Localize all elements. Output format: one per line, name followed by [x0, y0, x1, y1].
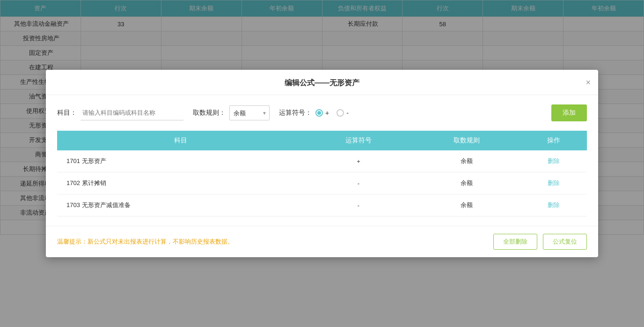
radio-minus-circle: [337, 109, 344, 117]
formula-table: 科目 运算符号 取数规则 操作 1701 无形资产+余额删除1702 累计摊销-…: [57, 131, 587, 216]
modal-close-button[interactable]: ×: [585, 78, 591, 87]
th-action: 操作: [521, 131, 587, 150]
subject-group: 科目：: [57, 105, 183, 120]
operator-group: 运算符号： + -: [279, 109, 349, 117]
th-rule: 取数规则: [413, 131, 521, 150]
operator-minus-radio[interactable]: -: [337, 109, 349, 117]
formula-action: 删除: [521, 150, 587, 172]
rule-group: 取数规则： 余额 借方 贷方 借方累计 贷方累计 ▼: [193, 105, 270, 120]
formula-rule: 余额: [413, 172, 521, 194]
modal-title: 编辑公式——无形资产: [285, 79, 359, 87]
formula-rule: 余额: [413, 194, 521, 216]
formula-operator: -: [304, 194, 412, 216]
edit-formula-modal: 编辑公式——无形资产 × 科目： 取数规则： 余额 借方 贷方: [46, 70, 598, 257]
modal-header: 编辑公式——无形资产 ×: [46, 70, 598, 95]
rule-select[interactable]: 余额 借方 贷方 借方累计 贷方累计: [229, 105, 270, 120]
table-row: 1701 无形资产+余额删除: [57, 150, 587, 172]
rule-select-wrapper: 余额 借方 贷方 借方累计 贷方累计 ▼: [229, 105, 270, 120]
radio-plus-circle: [315, 109, 323, 117]
operator-plus-label: +: [325, 109, 329, 117]
modal-body: 科目： 取数规则： 余额 借方 贷方 借方累计 贷方累计 ▼: [46, 95, 598, 226]
table-row: 1703 无形资产减值准备-余额删除: [57, 194, 587, 216]
formula-action: 删除: [521, 172, 587, 194]
reset-formula-button[interactable]: 公式复位: [543, 234, 587, 250]
formula-action: 删除: [521, 194, 587, 216]
operator-minus-label: -: [346, 109, 349, 117]
form-row: 科目： 取数规则： 余额 借方 贷方 借方累计 贷方累计 ▼: [57, 104, 587, 121]
formula-operator: +: [304, 150, 412, 172]
operator-plus-radio[interactable]: +: [315, 109, 329, 117]
th-operator: 运算符号: [304, 131, 412, 150]
table-row: 1702 累计摊销-余额删除: [57, 172, 587, 194]
delete-row-link[interactable]: 删除: [548, 157, 560, 164]
add-button[interactable]: 添加: [551, 104, 587, 121]
th-subject: 科目: [57, 131, 304, 150]
formula-subject: 1703 无形资产减值准备: [57, 194, 304, 216]
table-header-row: 科目 运算符号 取数规则 操作: [57, 131, 587, 150]
subject-input[interactable]: [80, 105, 183, 120]
rule-label: 取数规则：: [193, 109, 226, 117]
formula-subject: 1702 累计摊销: [57, 172, 304, 194]
modal-overlay: 编辑公式——无形资产 × 科目： 取数规则： 余额 借方 贷方: [0, 0, 644, 327]
operator-radio-group: + -: [315, 109, 349, 117]
formula-rule: 余额: [413, 150, 521, 172]
delete-row-link[interactable]: 删除: [548, 179, 560, 186]
formula-subject: 1701 无形资产: [57, 150, 304, 172]
delete-row-link[interactable]: 删除: [548, 201, 560, 208]
operator-label: 运算符号：: [279, 109, 312, 117]
footer-buttons: 全部删除 公式复位: [493, 234, 587, 250]
formula-operator: -: [304, 172, 412, 194]
delete-all-button[interactable]: 全部删除: [493, 234, 537, 250]
modal-footer: 温馨提示：新公式只对未出报表进行计算，不影响历史报表数据。 全部删除 公式复位: [46, 226, 598, 257]
footer-tip: 温馨提示：新公式只对未出报表进行计算，不影响历史报表数据。: [57, 238, 234, 246]
subject-label: 科目：: [57, 109, 77, 117]
